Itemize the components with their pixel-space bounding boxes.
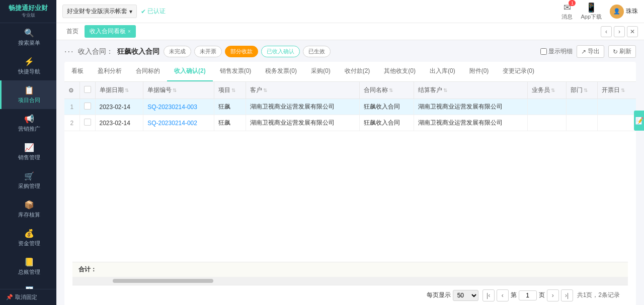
prev-page-button[interactable]: ‹: [497, 289, 509, 301]
data-table: ⚙ 单据日期 ⇅: [64, 82, 636, 131]
last-page-button[interactable]: ›|: [561, 289, 573, 301]
scroll-thumb[interactable]: [113, 279, 213, 283]
company-selector[interactable]: 好业财专业版演示帐套 ▾: [62, 5, 137, 18]
tab-payment[interactable]: 收付款(2): [338, 62, 377, 81]
row-code-link-2[interactable]: SQ-20230214-002: [147, 120, 197, 127]
th-dept-sort[interactable]: 部门 ⇅: [571, 86, 593, 94]
row-code-1[interactable]: SQ-20230214-003: [143, 99, 214, 115]
show-detail-checkbox[interactable]: [540, 48, 547, 55]
tab-next-button[interactable]: ›: [614, 26, 625, 37]
contract-title-label: 收入合同：: [78, 47, 113, 56]
row-salesman-1: [528, 99, 567, 115]
page-number-input[interactable]: [519, 290, 537, 300]
sidebar-item-project[interactable]: 📋 项目合同: [0, 80, 56, 109]
status-uninvoiced-button[interactable]: 未开票: [194, 46, 222, 57]
table-footer: 合计：: [72, 262, 628, 277]
sidebar-sales-label: 销售管理: [18, 154, 40, 161]
sidebar-bottom-pin[interactable]: 📌 取消固定: [0, 289, 56, 305]
sidebar-purchase-label: 采购管理: [18, 182, 40, 190]
th-invoice-date-sort[interactable]: 开票日 ⇅: [602, 86, 632, 94]
verified-badge: ✔ 已认证: [141, 7, 166, 16]
app-sub: 专业版: [9, 12, 48, 19]
sidebar-item-funds[interactable]: 💰 资金管理: [0, 224, 56, 252]
status-partial-button[interactable]: 部分收款: [225, 46, 258, 57]
quick-note-button[interactable]: 📝: [634, 111, 644, 131]
tab-profit[interactable]: 盈利分析: [91, 62, 129, 81]
tab-purchase[interactable]: 采购(0): [304, 62, 338, 81]
status-confirmed-button[interactable]: 已收入确认: [261, 46, 300, 57]
sidebar-item-search[interactable]: 🔍 搜索菜单: [0, 23, 56, 52]
tab-sales-invoice[interactable]: 销售发票(0): [213, 62, 259, 81]
user-menu[interactable]: 👤 珠珠: [610, 5, 638, 19]
message-action[interactable]: ✉ 1 消息: [561, 2, 573, 21]
th-date-label: 单据日期: [100, 86, 124, 94]
row-checkbox-1[interactable]: [79, 99, 95, 115]
refresh-button[interactable]: ↻ 刷新: [608, 45, 636, 58]
th-settings[interactable]: ⚙: [64, 82, 79, 99]
contract-tab[interactable]: 收入合同看板 ×: [85, 25, 136, 38]
th-salesman-sort[interactable]: 业务员 ⇅: [532, 86, 562, 94]
contract-status-actions: 未完成 未开票 部分收款 已收入确认 已生效: [164, 46, 331, 57]
row-checkbox-2[interactable]: [79, 115, 95, 131]
sort-invoice-date-icon: ⇅: [621, 87, 625, 93]
th-settle-sort[interactable]: 结算客户 ⇅: [418, 86, 523, 94]
sidebar-item-inventory[interactable]: 📦 库存核算: [0, 195, 56, 224]
th-customer-sort[interactable]: 客户 ⇅: [250, 86, 355, 94]
tab-revenue-confirm[interactable]: 收入确认(2): [167, 62, 213, 81]
row-invoice-date-2: [598, 115, 636, 131]
row-check-icon-2[interactable]: [84, 119, 91, 126]
settings-icon[interactable]: ⚙: [68, 87, 74, 94]
row-code-link-1[interactable]: SQ-20230214-003: [147, 104, 197, 111]
tab-change-log[interactable]: 变更记录(0): [496, 62, 541, 81]
quicknav-icon: ⚡: [24, 57, 34, 66]
sidebar-item-invoice[interactable]: 🧾 发票管理: [0, 281, 56, 289]
next-page-button[interactable]: ›: [547, 289, 559, 301]
more-options-button[interactable]: ···: [64, 47, 74, 56]
tab-tax-invoice[interactable]: 税务发票(0): [258, 62, 304, 81]
app-download-action[interactable]: 📱 App下载: [581, 2, 602, 21]
th-project-label: 项目: [218, 86, 230, 94]
first-page-button[interactable]: |‹: [482, 289, 495, 301]
home-tab[interactable]: 首页: [62, 25, 83, 38]
home-label: 首页: [66, 28, 78, 35]
tab-prev-button[interactable]: ‹: [601, 26, 612, 37]
status-effective-button[interactable]: 已生效: [303, 46, 331, 57]
tab-kanban[interactable]: 看板: [64, 62, 91, 81]
sidebar-item-purchase[interactable]: 🛒 采购管理: [0, 166, 56, 195]
sidebar-item-marketing[interactable]: 📢 营销推广: [0, 109, 56, 138]
table-row[interactable]: 1 2023-02-14 SQ-20230214-003 狂飙 湖南卫视商业运营…: [64, 99, 636, 115]
th-contract-sort[interactable]: 合同名称 ⇅: [364, 86, 410, 94]
sidebar-item-quicknav[interactable]: ⚡ 快捷导航: [0, 52, 56, 80]
sort-salesman-icon: ⇅: [551, 87, 555, 93]
status-incomplete-button[interactable]: 未完成: [164, 46, 191, 57]
page-label-first: 第: [511, 291, 517, 299]
th-checkbox[interactable]: [79, 82, 95, 99]
check-icon: ✔: [141, 8, 146, 15]
inventory-icon: 📦: [24, 200, 34, 210]
th-project-sort[interactable]: 项目 ⇅: [218, 86, 241, 94]
tab-close-button[interactable]: ✕: [627, 26, 638, 37]
sidebar-nav: 🔍 搜索菜单 ⚡ 快捷导航 📋 项目合同 📢 营销推广 📈 销售管理 🛒 采购管…: [0, 23, 56, 289]
tab-contract-subject[interactable]: 合同标的: [129, 62, 167, 81]
th-code-sort[interactable]: 单据编号 ⇅: [147, 86, 210, 94]
table-row[interactable]: 2 2023-02-14 SQ-20230214-002 狂飙 湖南卫视商业运营…: [64, 115, 636, 131]
row-dept-1: [566, 99, 597, 115]
close-tab-icon[interactable]: ×: [128, 29, 131, 34]
tab-other-income[interactable]: 其他收支(0): [377, 62, 423, 81]
horizontal-scrollbar[interactable]: [72, 277, 628, 285]
ledger-icon: 📒: [24, 257, 34, 267]
per-page-select[interactable]: 50 20 100: [453, 290, 478, 301]
refresh-label: 刷新: [619, 47, 631, 56]
header-checkbox[interactable]: [84, 86, 91, 93]
content-area: ··· 收入合同： 狂飙收入合同 未完成 未开票 部分收款 已收入确认 已生效 …: [56, 40, 644, 305]
tab-stock[interactable]: 出入库(0): [423, 62, 462, 81]
page-size-selector: 每页显示 50 20 100: [427, 290, 478, 301]
row-check-icon-1[interactable]: [84, 103, 91, 110]
sidebar-item-sales[interactable]: 📈 销售管理: [0, 138, 56, 166]
sidebar-item-ledger[interactable]: 📒 总账管理: [0, 252, 56, 281]
row-invoice-date-1: [598, 99, 636, 115]
row-code-2[interactable]: SQ-20230214-002: [143, 115, 214, 131]
export-button[interactable]: ↗ 导出: [577, 45, 604, 58]
tab-attachments[interactable]: 附件(0): [462, 62, 496, 81]
th-date-sort[interactable]: 单据日期 ⇅: [100, 86, 139, 94]
